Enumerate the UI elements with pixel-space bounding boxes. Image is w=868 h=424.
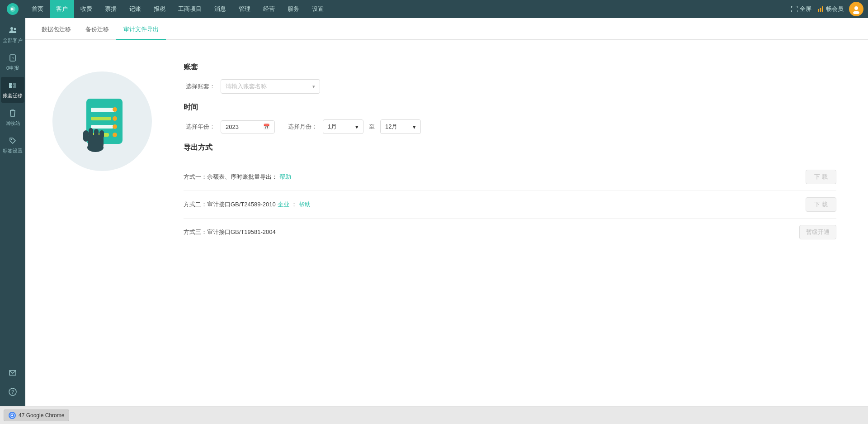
svg-point-5 xyxy=(853,11,859,14)
sidebar-label-all-clients: 全部客户 xyxy=(3,37,23,44)
tab-audit-export[interactable]: 审计文件导出 xyxy=(116,20,166,40)
sidebar-label-recycle: 回收站 xyxy=(5,120,20,127)
content-area: 数据包迁移 备份迁移 审计文件导出 xyxy=(25,18,868,406)
chevron-down-icon-month: ▾ xyxy=(355,124,359,130)
method2-download-button[interactable]: 下 载 xyxy=(806,197,836,212)
message-icon xyxy=(8,368,18,378)
month-start-dropdown[interactable]: 1月 ▾ xyxy=(323,119,363,134)
year-label: 选择年份： xyxy=(184,123,215,131)
method3-text: 方式三：审计接口GB/T19581-2004 xyxy=(184,228,276,236)
year-value: 2023 xyxy=(226,124,239,130)
month-end-value: 12月 xyxy=(385,123,397,131)
fullscreen-label: 全屏 xyxy=(800,5,811,13)
svg-rect-18 xyxy=(91,125,113,129)
calendar-icon: 📅 xyxy=(263,124,270,130)
sidebar-item-tag-settings[interactable]: 标签设置 xyxy=(1,132,24,158)
nav-manage[interactable]: 管理 xyxy=(232,0,257,18)
time-form-row: 选择年份： 2023 📅 选择月份： 1月 ▾ 至 12月 ▾ xyxy=(184,119,836,134)
sidebar-item-recycle[interactable]: 回收站 xyxy=(1,105,24,130)
tag-icon xyxy=(8,136,18,146)
method2-company-link[interactable]: 企业 xyxy=(278,200,289,209)
migrate-icon xyxy=(8,81,18,91)
svg-text:0: 0 xyxy=(12,57,14,60)
nav-service[interactable]: 服务 xyxy=(281,0,306,18)
top-nav-right: 全屏 畅会员 xyxy=(791,2,863,16)
illustration-circle xyxy=(52,71,152,171)
month-label: 选择月份： xyxy=(286,123,317,131)
export-methods: 方式一：余额表、序时账批量导出： 帮助 下 载 方式二：审计接口GB/T2458… xyxy=(184,163,836,246)
nav-tax[interactable]: 报税 xyxy=(147,0,172,18)
nav-client[interactable]: 客户 xyxy=(50,0,74,18)
svg-point-21 xyxy=(113,116,117,121)
method3-open-button[interactable]: 暂缓开通 xyxy=(799,225,836,239)
chevron-down-icon: ▾ xyxy=(312,84,315,90)
year-input[interactable]: 2023 📅 xyxy=(221,120,275,133)
avatar[interactable] xyxy=(849,2,863,16)
tab-data-migrate[interactable]: 数据包迁移 xyxy=(34,20,78,40)
zero-report-icon: 0 xyxy=(8,53,18,63)
month-end-dropdown[interactable]: 12月 ▾ xyxy=(380,119,421,134)
sidebar-item-notification[interactable] xyxy=(1,364,24,381)
method3-label: 方式三：审计接口GB/T19581-2004 xyxy=(184,228,276,236)
sidebar-label-migrate: 账套迁移 xyxy=(3,92,23,99)
tab-backup-migrate[interactable]: 备份迁移 xyxy=(78,20,116,40)
logo xyxy=(5,1,21,17)
member-label: 畅会员 xyxy=(826,5,844,13)
svg-point-20 xyxy=(113,107,117,112)
method1-download-button[interactable]: 下 载 xyxy=(806,170,836,184)
top-nav: 首页 客户 收费 票据 记账 报税 工商项目 消息 管理 经营 服务 设置 全屏… xyxy=(0,0,868,18)
nav-business[interactable]: 工商项目 xyxy=(172,0,208,18)
chevron-down-icon-month-end: ▾ xyxy=(413,124,416,130)
account-label: 选择账套： xyxy=(184,82,215,91)
sidebar-item-all-clients[interactable]: 全部客户 xyxy=(1,22,24,48)
illustration-side xyxy=(39,53,165,392)
sidebar-item-zero-report[interactable]: 0 0申报 xyxy=(1,49,24,75)
svg-rect-2 xyxy=(820,8,821,12)
users-icon xyxy=(8,25,18,35)
time-section-title: 时间 xyxy=(184,103,836,112)
nav-invoice[interactable]: 票据 xyxy=(99,0,123,18)
member-button[interactable]: 畅会员 xyxy=(817,5,844,13)
export-method-1: 方式一：余额表、序时账批量导出： 帮助 下 载 xyxy=(184,163,836,191)
account-select[interactable]: 请输入账套名称 ▾ xyxy=(221,79,320,94)
svg-rect-29 xyxy=(99,130,104,138)
main-layout: 全部客户 0 0申报 账套迁移 xyxy=(0,18,868,406)
sidebar-item-migrate[interactable]: 账套迁移 xyxy=(1,77,24,103)
svg-point-22 xyxy=(113,124,117,129)
nav-operate[interactable]: 经营 xyxy=(257,0,281,18)
svg-point-4 xyxy=(854,6,858,10)
taskbar: 47 Google Chrome xyxy=(0,406,868,424)
export-section-title: 导出方式 xyxy=(184,143,836,152)
svg-point-12 xyxy=(11,139,12,140)
page-content: 账套 选择账套： 请输入账套名称 ▾ 时间 选择年份： 2023 📅 xyxy=(25,40,868,406)
method2-help-link[interactable]: 帮助 xyxy=(299,200,311,209)
account-section-title: 账套 xyxy=(184,62,836,72)
svg-rect-1 xyxy=(818,9,819,12)
help-icon: ? xyxy=(8,387,18,397)
method2-text: 方式二：审计接口GB/T24589-2010 xyxy=(184,200,276,209)
to-text: 至 xyxy=(369,123,375,131)
sidebar-item-help[interactable]: ? xyxy=(1,383,24,400)
export-method-3: 方式三：审计接口GB/T19581-2004 暂缓开通 xyxy=(184,219,836,246)
taskbar-chrome[interactable]: 47 Google Chrome xyxy=(4,410,69,421)
nav-bookkeeping[interactable]: 记账 xyxy=(123,0,147,18)
nav-fee[interactable]: 收费 xyxy=(74,0,99,18)
svg-rect-27 xyxy=(89,128,93,137)
trash-icon xyxy=(8,108,18,118)
taskbar-chrome-label: 47 Google Chrome xyxy=(19,412,64,419)
nav-settings[interactable]: 设置 xyxy=(306,0,330,18)
svg-rect-26 xyxy=(83,130,89,142)
svg-rect-3 xyxy=(822,6,823,12)
svg-rect-16 xyxy=(91,108,116,112)
sidebar-label-zero-report: 0申报 xyxy=(6,65,19,71)
subtabs-bar: 数据包迁移 备份迁移 审计文件导出 xyxy=(25,18,868,40)
nav-message[interactable]: 消息 xyxy=(208,0,232,18)
sidebar: 全部客户 0 0申报 账套迁移 xyxy=(0,18,25,406)
method1-text: 方式一：余额表、序时账批量导出： xyxy=(184,173,278,181)
fullscreen-button[interactable]: 全屏 xyxy=(791,5,811,13)
account-form-row: 选择账套： 请输入账套名称 ▾ xyxy=(184,79,836,94)
method2-colon: ： xyxy=(291,200,297,209)
month-start-value: 1月 xyxy=(328,123,337,131)
nav-home[interactable]: 首页 xyxy=(25,0,50,18)
method1-help-link[interactable]: 帮助 xyxy=(279,173,291,181)
